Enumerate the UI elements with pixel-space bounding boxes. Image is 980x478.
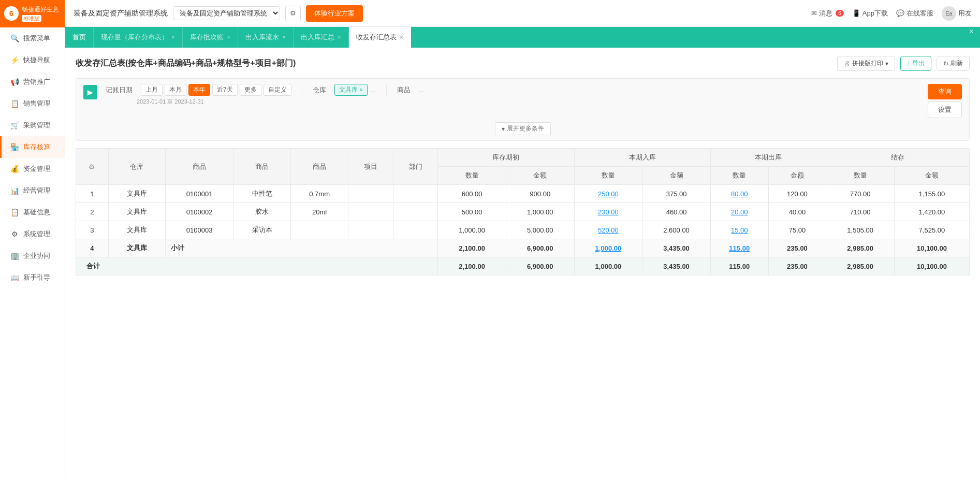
filter-toggle-button[interactable]: ▶	[83, 85, 97, 99]
row-warehouse: 文具库	[108, 221, 165, 239]
date-btn-more[interactable]: 更多	[240, 84, 261, 96]
sidebar-item-finance[interactable]: 💰 资金管理	[0, 158, 65, 180]
sidebar-item-search[interactable]: 🔍 搜索菜单	[0, 27, 65, 49]
tab-stock-dist-close[interactable]: ×	[171, 34, 175, 41]
project-col-header: 项目	[348, 149, 393, 185]
sidebar-item-label: 新手引导	[23, 273, 50, 282]
message-button[interactable]: ✉ 消息 6	[811, 9, 844, 18]
tab-inout-summary-close[interactable]: ×	[338, 34, 341, 41]
message-icon: ✉	[811, 9, 817, 17]
row-warehouse: 文具库	[108, 203, 165, 221]
tab-inout-summary[interactable]: 出入库汇总 ×	[294, 27, 349, 48]
date-btn-7days[interactable]: 近7天	[212, 84, 238, 96]
row-out-qty[interactable]: 80.00	[710, 185, 768, 203]
row-in-qty[interactable]: 250.00	[574, 185, 642, 203]
tab-recv-send[interactable]: 收发存汇总表 ×	[349, 27, 411, 48]
sidebar-item-base[interactable]: 📋 基础信息	[0, 201, 65, 223]
tab-recv-send-label: 收发存汇总表	[356, 33, 397, 42]
sidebar-menu: 🔍 搜索菜单 ⚡ 快捷导航 📢 营销推广 📋 销售管理 🛒 采购管理 🏪 库存核…	[0, 27, 65, 478]
row-goods-spec	[290, 221, 348, 239]
refresh-button[interactable]: ↻ 刷新	[937, 56, 970, 71]
open-qty-header: 数量	[438, 167, 506, 185]
sidebar-item-corp[interactable]: 🏢 企业协同	[0, 245, 65, 267]
date-btn-last-month[interactable]: 上月	[141, 84, 163, 96]
row-goods-code: 0100001	[165, 185, 233, 203]
settings-button[interactable]: ⚙	[285, 6, 301, 21]
date-btn-this-month[interactable]: 本月	[165, 84, 186, 96]
date-btn-this-year[interactable]: 本年	[188, 84, 210, 96]
subtotal-row: 4 文具库 小计 2,100.00 6,900.00 1,000.00 3,43…	[76, 239, 970, 257]
data-table: ⚙ 仓库 商品 商品 商品 项目 部门 库存期初 本期入库 本期出库 结存 数量…	[76, 148, 970, 276]
system-select[interactable]: 装备及固定资产辅助管理系统	[173, 6, 280, 20]
total-open-qty: 2,100.00	[438, 257, 506, 276]
marketing-icon: 📢	[10, 78, 19, 86]
chevron-down-icon: ▾	[502, 125, 505, 133]
row-open-qty: 600.00	[438, 185, 506, 203]
user-menu[interactable]: Ea 用友	[942, 6, 972, 21]
sidebar-item-purchase[interactable]: 🛒 采购管理	[0, 114, 65, 136]
tab-recv-send-close[interactable]: ×	[400, 34, 403, 41]
sidebar-item-quicknav[interactable]: ⚡ 快捷导航	[0, 49, 65, 71]
expand-button[interactable]: ▾ 展开更多条件	[495, 122, 551, 135]
row-in-qty[interactable]: 520.00	[574, 221, 642, 239]
row-open-amt: 1,000.00	[506, 203, 574, 221]
tab-inout-flow[interactable]: 出入库流水 ×	[238, 27, 294, 48]
sidebar-item-marketing[interactable]: 📢 营销推广	[0, 71, 65, 93]
out-amt-header: 金额	[768, 167, 826, 185]
sidebar-item-guide[interactable]: 📖 新手引导	[0, 267, 65, 288]
sidebar-item-label: 快捷导航	[23, 55, 50, 65]
export-button[interactable]: ↑ 导出	[900, 56, 931, 71]
row-in-amt: 2,600.00	[642, 221, 711, 239]
row-goods-name: 采访本	[233, 221, 290, 239]
goods-label: 商品	[397, 85, 411, 95]
goods-more[interactable]: ...	[419, 86, 424, 94]
warehouse-label: 仓库	[313, 85, 326, 95]
row-in-qty[interactable]: 230.00	[574, 203, 642, 221]
tab-bar-close[interactable]: ×	[963, 27, 980, 48]
tab-stock-dist[interactable]: 现存量（库存分布表） ×	[94, 27, 183, 48]
date-btn-custom[interactable]: 自定义	[264, 84, 291, 96]
sidebar-item-sales[interactable]: 📋 销售管理	[0, 93, 65, 114]
sub-in-qty: 1,000.00	[574, 239, 642, 257]
sidebar-item-inventory[interactable]: 🏪 库存核算	[0, 136, 65, 158]
warehouse-tag-close[interactable]: ×	[360, 87, 363, 93]
logo-badge: 标准版	[22, 15, 41, 22]
row-out-amt: 120.00	[768, 185, 826, 203]
tab-home[interactable]: 首页	[65, 27, 94, 48]
sidebar-item-label: 库存核算	[23, 142, 50, 152]
online-service-button[interactable]: 💬 在线客服	[896, 9, 933, 18]
printer-icon: 🖨	[844, 60, 850, 67]
query-button[interactable]: 查询	[928, 84, 962, 99]
sidebar-item-operations[interactable]: 📊 经营管理	[0, 180, 65, 201]
page-wrapper: 收发存汇总表(按仓库+商品编码+商品+规格型号+项目+部门) 🖨 拼接版打印 ▾…	[65, 48, 980, 478]
sidebar-item-label: 采购管理	[23, 121, 50, 130]
operations-icon: 📊	[10, 186, 19, 195]
tab-batch[interactable]: 库存批次账 ×	[183, 27, 238, 48]
settings-btn[interactable]: 设置	[928, 102, 962, 118]
row-goods-code: 0100003	[165, 221, 233, 239]
warehouse-more[interactable]: ...	[371, 86, 376, 94]
row-goods-code: 0100002	[165, 203, 233, 221]
system-name: 装备及固定资产辅助管理系统	[74, 9, 168, 18]
row-open-amt: 900.00	[506, 185, 574, 203]
print-button[interactable]: 🖨 拼接版打印 ▾	[837, 56, 895, 71]
trial-button[interactable]: 体验行业方案	[306, 5, 363, 22]
app-download-button[interactable]: 📱 App下载	[852, 9, 888, 18]
tab-inout-summary-label: 出入库汇总	[301, 33, 334, 42]
logo-text: 畅捷通好生意	[22, 5, 59, 14]
tab-stock-dist-label: 现存量（库存分布表）	[101, 33, 168, 42]
total-in-amt: 3,435.00	[642, 257, 711, 276]
sidebar-item-system[interactable]: ⚙ 系统管理	[0, 223, 65, 245]
row-out-qty[interactable]: 15.00	[710, 221, 768, 239]
sidebar-item-label: 系统管理	[23, 229, 50, 239]
row-in-amt: 460.00	[642, 203, 711, 221]
tab-batch-close[interactable]: ×	[227, 34, 230, 41]
row-goods-name: 中性笔	[233, 185, 290, 203]
gear-header[interactable]: ⚙	[76, 149, 109, 185]
row-out-qty[interactable]: 20.00	[710, 203, 768, 221]
row-close-amt: 1,420.00	[894, 203, 969, 221]
gear-icon[interactable]: ⚙	[89, 163, 95, 171]
logo-icon: 6	[4, 6, 19, 21]
inventory-icon: 🏪	[10, 143, 19, 151]
tab-inout-flow-close[interactable]: ×	[282, 34, 286, 41]
